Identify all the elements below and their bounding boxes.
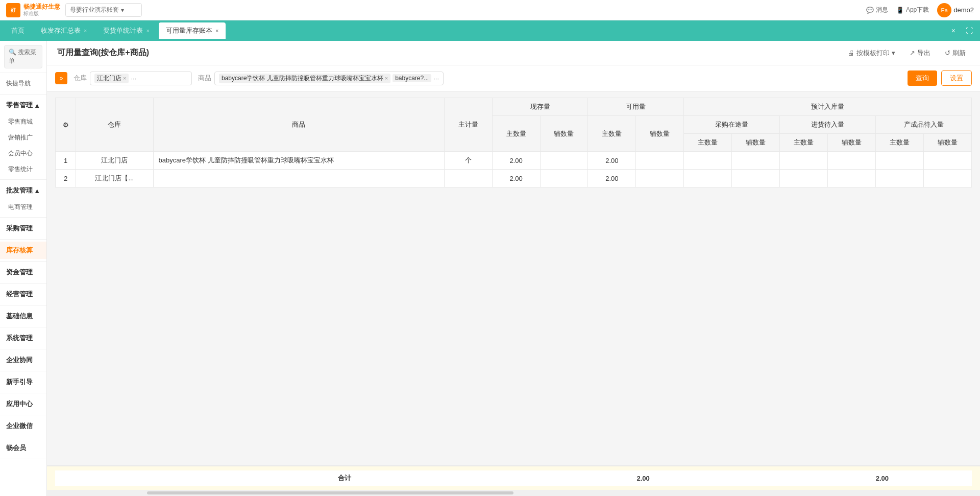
- tab-available-stock-label: 可用量库存账本: [166, 26, 212, 35]
- sidebar-search-area: 🔍 搜索菜单: [0, 41, 46, 73]
- tab-order-stats[interactable]: 要货单统计表 ×: [96, 22, 156, 39]
- warehouse-input[interactable]: 江北门店 × ···: [90, 72, 192, 85]
- base-label: 基础信息: [6, 312, 33, 321]
- th-purchase-group: 采购在途量: [684, 116, 780, 134]
- tab-available-stock-close[interactable]: ×: [215, 28, 218, 34]
- tab-home[interactable]: 首页: [4, 22, 32, 39]
- cell-incoming-wait-main: [780, 152, 828, 170]
- content-area: 可用量查询(按仓库+商品) 🖨 按模板打印 ▾ ↗ 导出 ↺ 刷新 »: [47, 41, 980, 496]
- sidebar-item-quick-nav[interactable]: 快捷导航: [0, 76, 46, 91]
- cell-incoming-wait-aux: [828, 170, 876, 187]
- top-bar-left: 好 畅捷通好生意 标准版 母婴行业演示账套 ▾: [6, 3, 142, 17]
- expand-filter-btn[interactable]: »: [55, 72, 67, 84]
- th-available-aux: 辅数量: [636, 116, 684, 152]
- sidebar-header-inventory[interactable]: 库存核算: [0, 242, 46, 259]
- sidebar-header-vip[interactable]: 畅会员: [0, 439, 46, 457]
- sidebar-header-enterprise[interactable]: 企业协同: [0, 351, 46, 369]
- sidebar-group-newbie: 新手引导: [0, 371, 46, 393]
- sidebar-header-system[interactable]: 系统管理: [0, 329, 46, 347]
- sidebar-group-appstore: 应用中心: [0, 393, 46, 415]
- th-produce-group: 产成品待入量: [876, 116, 972, 134]
- cell-unit: [444, 170, 492, 187]
- product-input[interactable]: babycare学饮杯 儿童防摔防撞吸管杯重力球吸嘴杯宝宝水杯 × babyca…: [214, 72, 444, 85]
- warehouse-tag-close[interactable]: ×: [123, 75, 126, 81]
- cell-produce-main: [876, 152, 924, 170]
- tab-available-stock[interactable]: 可用量库存账本 ×: [159, 22, 226, 39]
- logo-line1: 畅捷通好生意: [23, 3, 60, 10]
- product-tag1-close[interactable]: ×: [385, 75, 388, 81]
- th-produce-main: 主数量: [876, 134, 924, 152]
- inventory-label: 库存核算: [6, 246, 33, 255]
- sidebar-item-retail-mall[interactable]: 零售商城: [0, 114, 46, 130]
- sidebar-header-newbie[interactable]: 新手引导: [0, 373, 46, 391]
- sidebar-header-wechat[interactable]: 企业微信: [0, 417, 46, 435]
- sidebar-item-retail-stats[interactable]: 零售统计: [0, 161, 46, 177]
- warehouse-more-btn[interactable]: ···: [131, 75, 136, 82]
- sidebar-group-purchase: 采购管理: [0, 218, 46, 240]
- avatar: Ea: [937, 3, 951, 17]
- footer-current-main: 2.00: [583, 470, 703, 486]
- wholesale-collapse-icon: ▲: [34, 187, 40, 195]
- sidebar-header-appstore[interactable]: 应用中心: [0, 395, 46, 413]
- filter-actions: 查询 设置: [908, 70, 972, 86]
- page-title: 可用量查询(按仓库+商品): [57, 48, 149, 58]
- product-more-btn[interactable]: ···: [433, 75, 439, 82]
- sidebar-header-finance[interactable]: 资金管理: [0, 264, 46, 281]
- cell-purchase-aux: [732, 170, 780, 187]
- th-settings[interactable]: ⚙: [56, 98, 76, 152]
- top-bar-right: 💬 消息 📱 App下载 Ea demo2: [866, 3, 974, 17]
- tab-close-all-btn[interactable]: ×: [948, 26, 959, 36]
- industry-selector[interactable]: 母婴行业演示账套 ▾: [65, 3, 142, 17]
- sidebar-item-member[interactable]: 会员中心: [0, 146, 46, 161]
- phone-icon: 📱: [896, 7, 904, 14]
- sidebar-group-system: 系统管理: [0, 327, 46, 349]
- main-layout: 🔍 搜索菜单 快捷导航 零售管理 ▲ 零售商城 营销推广 会员中心 零售统计 批…: [0, 41, 980, 496]
- print-btn[interactable]: 🖨 按模板打印 ▾: [844, 46, 899, 60]
- tab-bar-right: × ⛶: [948, 26, 976, 36]
- th-available-main: 主数量: [588, 116, 636, 152]
- app-label: App下载: [906, 6, 929, 14]
- tab-receive-send-close[interactable]: ×: [84, 28, 87, 34]
- sidebar-group-inventory: 库存核算: [0, 240, 46, 262]
- enterprise-label: 企业协同: [6, 356, 33, 365]
- cell-purchase-aux: [732, 152, 780, 170]
- industry-label: 母婴行业演示账套: [70, 6, 119, 14]
- warehouse-tag: 江北门店 ×: [94, 74, 129, 83]
- cell-product: [153, 170, 444, 187]
- tab-expand-btn[interactable]: ⛶: [963, 26, 976, 36]
- th-produce-aux: 辅数量: [924, 134, 972, 152]
- refresh-label: 刷新: [952, 49, 966, 58]
- refresh-icon: ↺: [945, 49, 950, 57]
- query-button[interactable]: 查询: [908, 70, 937, 86]
- sidebar-header-purchase[interactable]: 采购管理: [0, 220, 46, 237]
- user-area[interactable]: Ea demo2: [937, 3, 974, 17]
- sidebar-item-retail-promo[interactable]: 营销推广: [0, 130, 46, 146]
- tab-order-stats-close[interactable]: ×: [146, 28, 149, 34]
- sidebar-header-ops[interactable]: 经营管理: [0, 286, 46, 303]
- sidebar-header-wholesale[interactable]: 批发管理 ▲: [0, 182, 46, 199]
- horizontal-scrollbar[interactable]: [47, 490, 980, 496]
- sidebar-item-ecommerce[interactable]: 电商管理: [0, 199, 46, 215]
- scroll-thumb[interactable]: [147, 491, 513, 494]
- message-btn[interactable]: 💬 消息: [866, 6, 888, 14]
- wechat-label: 企业微信: [6, 421, 33, 431]
- tab-receive-send[interactable]: 收发存汇总表 ×: [34, 22, 94, 39]
- cell-current-aux: [540, 152, 588, 170]
- footer-available-main: 2.00: [822, 470, 942, 486]
- search-menu-btn[interactable]: 🔍 搜索菜单: [4, 45, 42, 68]
- th-product: 商品: [153, 98, 444, 152]
- product-tag2: babycare?...: [393, 74, 431, 82]
- sidebar-header-retail[interactable]: 零售管理 ▲: [0, 97, 46, 114]
- print-label: 按模板打印: [856, 49, 890, 58]
- cell-available-aux: [636, 170, 684, 187]
- sidebar-header-base[interactable]: 基础信息: [0, 308, 46, 325]
- refresh-btn[interactable]: ↺ 刷新: [941, 46, 970, 60]
- cell-unit: 个: [444, 152, 492, 170]
- export-btn[interactable]: ↗ 导出: [905, 46, 935, 60]
- footer-label: 合计: [195, 470, 494, 486]
- cell-produce-aux: [924, 170, 972, 187]
- cell-product: babycare学饮杯 儿童防摔防撞吸管杯重力球吸嘴杯宝宝水杯: [153, 152, 444, 170]
- app-download-btn[interactable]: 📱 App下载: [896, 6, 929, 14]
- settings-button[interactable]: 设置: [941, 70, 972, 86]
- cell-purchase-main: [684, 170, 732, 187]
